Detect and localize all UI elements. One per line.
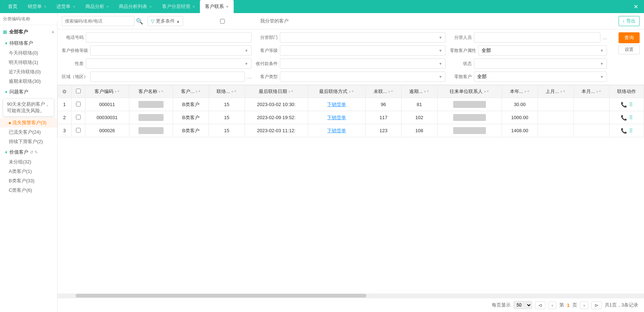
next-page-button[interactable]: › xyxy=(580,301,588,309)
dept-select[interactable]: ▼ xyxy=(280,32,446,42)
sidebar-item-7days[interactable]: 近7天待联络(0) xyxy=(0,67,57,77)
tab-purchase[interactable]: 进货单 × xyxy=(51,0,80,13)
th-year-amount[interactable]: 本年...▲▼ xyxy=(502,85,538,98)
zero-attr-select[interactable]: 全部 ▼ xyxy=(478,45,607,56)
th-settings[interactable]: ⚙ xyxy=(58,85,72,98)
edit-icon[interactable]: ✎ xyxy=(35,150,38,155)
cell-action[interactable]: 📞 ⠿ xyxy=(609,111,644,124)
sidebar-item-class-a[interactable]: A类客户(1) xyxy=(0,167,57,176)
th-this-month[interactable]: 本月...▲▼ xyxy=(573,85,609,98)
filter-row-zero-customer: 零散客户 全部 ▼ xyxy=(450,72,640,82)
sidebar-item-overdue[interactable]: 逾期未联络(30) xyxy=(0,77,57,86)
window-close-button[interactable]: ✕ xyxy=(631,3,641,10)
zero-customer-select[interactable]: 全部 ▼ xyxy=(474,72,607,82)
cell-checkbox[interactable] xyxy=(71,98,85,111)
horizontal-scrollbar[interactable] xyxy=(57,293,644,298)
cell-checkbox[interactable] xyxy=(71,124,85,137)
cell-action[interactable]: 📞 ⠿ xyxy=(609,124,644,137)
first-page-button[interactable]: ⊲ xyxy=(535,301,546,309)
cell-code: 000026 xyxy=(85,124,129,137)
customer-type-select[interactable]: ▼ xyxy=(280,72,446,82)
tab-customer-tier[interactable]: 客户分层经营 × xyxy=(157,0,200,13)
action-more-icon[interactable]: ⠿ xyxy=(629,115,633,121)
action-phone-icon[interactable]: 📞 xyxy=(621,102,627,108)
payment-select[interactable]: ▼ xyxy=(280,58,446,69)
close-icon[interactable]: × xyxy=(226,4,228,9)
my-customers-checkbox[interactable]: 我分管的客户 xyxy=(186,18,289,24)
phone-label: 电话号码 xyxy=(62,35,84,41)
sidebar-item-declining[interactable]: 持续下滑客户(2) xyxy=(0,137,57,146)
close-icon[interactable]: × xyxy=(73,4,75,9)
action-phone-icon[interactable]: 📞 xyxy=(621,115,627,121)
region-ellipsis[interactable]: ... xyxy=(247,74,251,80)
tab-home[interactable]: 首页 xyxy=(3,0,23,13)
manager-ellipsis[interactable]: ... xyxy=(603,35,607,40)
region-input[interactable] xyxy=(90,72,245,82)
customer-level-select[interactable]: ▼ xyxy=(280,45,446,56)
settings-button[interactable]: 设置 xyxy=(619,45,640,54)
tab-customer-contact[interactable]: 客户联系 × xyxy=(200,0,233,13)
scrollbar-thumb[interactable] xyxy=(76,294,366,297)
status-select[interactable]: ▼ xyxy=(474,58,607,69)
sidebar-group-problem-title[interactable]: ▼ 问题客户 xyxy=(0,87,57,97)
cell-this-month xyxy=(573,111,609,124)
sidebar-item-class-b[interactable]: B类客户(33) xyxy=(0,176,57,186)
th-name[interactable]: 客户名称▲▼ xyxy=(129,85,173,98)
export-button[interactable]: ↑ 导出 xyxy=(619,16,640,26)
close-icon[interactable]: × xyxy=(149,4,152,9)
cell-action[interactable]: 📞 ⠿ xyxy=(609,98,644,111)
th-unlisted[interactable]: 未联...▲▼ xyxy=(366,85,402,98)
sidebar-item-churned[interactable]: 已流失客户(24) xyxy=(0,127,57,137)
sidebar-search-input[interactable] xyxy=(3,16,57,21)
query-button[interactable]: 查询 xyxy=(619,32,640,43)
th-overdue[interactable]: 逾期...▲▼ xyxy=(401,85,437,98)
cell-last-method[interactable]: 下销货单 xyxy=(308,111,366,124)
sort-icon: ▲▼ xyxy=(288,90,294,93)
th-contact-person[interactable]: 往来单位联系人▲▼ xyxy=(437,85,502,98)
close-icon[interactable]: × xyxy=(106,4,109,9)
last-page-button[interactable]: ⊳ xyxy=(591,301,602,309)
th-last-month[interactable]: 上月...▲▼ xyxy=(538,85,573,98)
refresh-icon[interactable]: ↺ xyxy=(30,150,33,155)
th-contact[interactable]: 联络...▲▼ xyxy=(209,85,245,98)
action-phone-icon[interactable]: 📞 xyxy=(621,128,627,134)
search-input[interactable] xyxy=(62,16,134,26)
sidebar-item-unclassified[interactable]: 未分组(32) xyxy=(0,157,57,167)
close-icon[interactable]: × xyxy=(193,4,195,9)
price-level-select[interactable]: ▼ xyxy=(90,45,251,56)
sidebar-item-churn-warning[interactable]: 流失预警客户(3) xyxy=(0,118,57,127)
cell-this-month xyxy=(573,124,609,137)
th-type[interactable]: 客户...▲▼ xyxy=(173,85,209,98)
close-icon[interactable]: × xyxy=(44,4,46,9)
sidebar-item-tomorrow[interactable]: 明天待联络(1) xyxy=(0,58,57,67)
tab-goods-list[interactable]: 商品分析列表 × xyxy=(114,0,157,13)
th-last-date[interactable]: 最后联络日期▲▼ xyxy=(245,85,308,98)
sort-icon: ▲▼ xyxy=(158,90,164,93)
action-more-icon[interactable]: ⠿ xyxy=(629,102,633,108)
tab-sales[interactable]: 销货单 × xyxy=(23,0,51,13)
page-size-select[interactable]: 50 100 xyxy=(514,301,532,309)
table-settings-icon[interactable]: ⚙ xyxy=(62,89,67,94)
cell-checkbox[interactable] xyxy=(71,111,85,124)
action-more-icon[interactable]: ⠿ xyxy=(629,128,633,134)
th-checkbox[interactable] xyxy=(71,85,85,98)
th-last-method[interactable]: 最后联络方式▲▼ xyxy=(308,85,366,98)
tab-goods-analysis[interactable]: 商品分析 × xyxy=(80,0,114,13)
sidebar-group-pending-title[interactable]: ▼ 待联络客户 xyxy=(0,38,57,48)
manager-input[interactable] xyxy=(474,32,600,42)
sidebar-item-class-c[interactable]: C类客户(6) xyxy=(0,186,57,195)
filter-row-price-level: 客户价格等级 ▼ xyxy=(62,45,251,56)
search-button[interactable]: 🔍 xyxy=(134,16,145,26)
more-conditions-button[interactable]: ▽ 更多条件 ▲ xyxy=(148,16,183,26)
cell-last-method[interactable]: 下销货单 xyxy=(308,98,366,111)
gender-select[interactable]: ▼ xyxy=(86,58,251,69)
phone-input[interactable] xyxy=(86,32,251,42)
current-page: 1 xyxy=(567,303,569,308)
sidebar-all-customers-header[interactable]: ⊞ 全部客户 « xyxy=(0,27,57,37)
sidebar-item-today[interactable]: 今天待联络(0) xyxy=(0,48,57,58)
sidebar-group-value-title[interactable]: ▼ 价值客户 ↺ ✎ xyxy=(0,147,57,157)
th-code[interactable]: 客户编码▲▼ xyxy=(85,85,129,98)
select-all-checkbox[interactable] xyxy=(76,89,81,93)
cell-last-method[interactable]: 下销货单 xyxy=(308,124,366,137)
prev-page-button[interactable]: ‹ xyxy=(548,301,556,309)
